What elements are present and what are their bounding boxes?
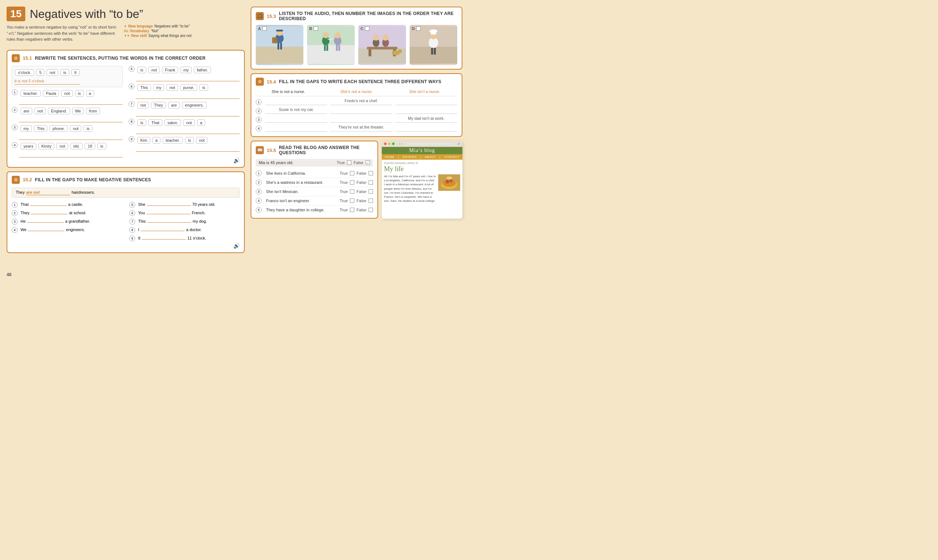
fill-row-1: 1 That a castle. — [12, 201, 122, 208]
svg-point-40 — [443, 180, 456, 187]
fill-row-9: 9 It 11 o'clock. — [129, 234, 240, 242]
svg-rect-18 — [338, 45, 340, 51]
fill-row-2: 2 They at school. — [12, 209, 122, 216]
svg-rect-31 — [410, 47, 457, 64]
question-row-1: 1 She lives in California. True False — [256, 169, 373, 178]
svg-rect-21 — [367, 47, 397, 49]
example-answer: It is not 5 o’clock. — [14, 79, 80, 85]
false-check-1[interactable] — [369, 171, 373, 175]
audio-icon-15-1[interactable]: 🔊 — [12, 157, 240, 163]
ex-row-5: 5 is not Frank my father. — [129, 66, 240, 81]
svg-point-43 — [446, 177, 452, 180]
false-checkbox-main[interactable]: ✓ — [366, 160, 370, 165]
svg-point-12 — [323, 32, 329, 38]
exercise-15-4: ⚙ 15.4 FILL IN THE GAPS TO WRITE EACH SE… — [251, 73, 462, 137]
exercise-15-3: 🎧 15.3 LISTEN TO THE AUDIO, THEN NUMBER … — [251, 6, 462, 69]
svg-point-35 — [430, 29, 437, 32]
blog-titlebar: ‹› ↺ — [382, 141, 462, 147]
svg-point-29 — [398, 49, 402, 53]
fill-row-8: 8 I a doctor. — [129, 226, 240, 233]
svg-rect-14 — [327, 45, 328, 51]
question-row-4: 4 Franco isn't an engineer. True False — [256, 196, 373, 205]
images-row: A — [256, 25, 457, 65]
question-row-5: 5 They have a daughter in college. True … — [256, 205, 373, 214]
false-check-4[interactable] — [369, 198, 373, 203]
fill-row-4: 4 We engineers. — [12, 226, 122, 233]
false-check-2[interactable] — [369, 180, 373, 185]
ex15-4-row-2: 2 Susie is not my cat. — [256, 107, 457, 114]
exercise-15-5: 📖 15.5 READ THE BLOG AND ANSWER THE QUES… — [251, 141, 378, 218]
lesson-intro: You make a sentence negative by using “n… — [6, 24, 117, 43]
question-row-2: 2 She's a waitress in a restaurant. True… — [256, 178, 373, 187]
image-a: A — [256, 25, 303, 65]
blog-nav: HOME | ENTRIES | ABOUT | CONTACT — [382, 154, 462, 160]
svg-point-16 — [334, 32, 341, 38]
true-check-1[interactable] — [350, 171, 354, 175]
exercise-icon-15-5: 📖 — [256, 146, 264, 154]
exercise-15-2: ⚙ 15.2 FILL IN THE GAPS TO MAKE NEGATIVE… — [6, 171, 245, 253]
browser-nav: ‹› — [399, 142, 403, 146]
word-tile: 5 — [36, 69, 44, 76]
true-check-3[interactable] — [350, 189, 354, 194]
word-tile: o'clock. — [15, 69, 34, 76]
ex-row-4: 4 years Kirsty not old. 18 is — [12, 142, 123, 157]
image-b: B — [307, 25, 355, 65]
main-question-row: Mia is 45 years old. True False ✓ — [256, 159, 373, 167]
blog-title-banner: Mia’s blog — [382, 147, 462, 154]
svg-rect-36 — [431, 48, 433, 55]
svg-rect-5 — [276, 30, 283, 31]
fill-row-7: 7 This my dog. — [129, 218, 240, 225]
svg-rect-13 — [324, 45, 326, 51]
fill-row-6: 6 You French. — [129, 209, 240, 216]
lesson-meta: ✦ New language Negatives with “to be” Aa… — [124, 24, 192, 46]
close-dot — [384, 143, 387, 145]
lesson-number: 15 — [6, 6, 25, 21]
url-bar — [406, 143, 454, 145]
ex-row-6: 6 This my not purse. is — [129, 83, 240, 99]
svg-rect-2 — [256, 47, 303, 64]
ex-row-9: 9 Kim a teacher. is not — [129, 136, 240, 152]
svg-rect-37 — [434, 48, 436, 55]
fill-row-5: 5 She 70 years old. — [129, 201, 240, 208]
svg-rect-6 — [277, 43, 279, 50]
lesson-title: Negatives with “to be” — [30, 7, 143, 21]
blog-food-image — [438, 174, 460, 191]
ex15-4-row-4: 4 They're not at the theater. — [256, 125, 457, 131]
svg-rect-17 — [336, 45, 338, 51]
ex15-4-row-1: 1 Fredo's not a chef. — [256, 98, 457, 105]
image-d: D — [410, 25, 457, 65]
example-row: o'clock. 5 not is It It is not 5 o’clock… — [12, 66, 123, 87]
svg-point-41 — [445, 180, 449, 183]
false-check-3[interactable] — [369, 189, 373, 194]
ex15-4-row-3: 3 My dad isn't at work. — [256, 116, 457, 123]
minimize-dot — [388, 143, 391, 145]
ex15-2-main-row: They are not hairdressers. — [12, 188, 240, 198]
exercise-15-1: ⚙ 15.1 REWRITE THE SENTENCES, PUTTING TH… — [6, 50, 245, 168]
blog-text: Hi! I’m Mia and I’m 47 years old. I live… — [384, 174, 436, 203]
svg-rect-7 — [280, 43, 282, 50]
true-checkbox-main[interactable] — [347, 160, 351, 165]
ex-row-2: 2 are not England. We from — [12, 107, 123, 122]
svg-rect-8 — [272, 37, 278, 43]
page-number: 46 — [6, 272, 11, 277]
blog-date: POSTED MONDAY, APRIL 20 — [384, 162, 460, 165]
true-check-4[interactable] — [350, 198, 354, 203]
svg-point-25 — [373, 34, 379, 41]
word-tile: is — [60, 69, 69, 76]
ex-row-7: 7 not They are engineers. — [129, 101, 240, 117]
audio-icon-15-2[interactable]: 🔊 — [12, 243, 240, 249]
ex-row-3: 3 my This phone. not is — [12, 125, 123, 140]
ex-row-8: 8 is That salon. not a — [129, 118, 240, 134]
true-check-2[interactable] — [350, 180, 354, 185]
blog-box: ‹› ↺ Mia’s blog HOME | ENTRIES | ABOUT |… — [382, 141, 462, 218]
true-check-5[interactable] — [350, 208, 354, 212]
false-check-5[interactable] — [369, 208, 373, 212]
image-c: C — [358, 25, 406, 65]
svg-rect-22 — [369, 49, 371, 56]
word-tile: It — [71, 69, 80, 76]
blog-post-title: My life — [384, 165, 460, 173]
fill-row-3: 3 He a grandfather. — [12, 218, 122, 225]
word-tile: not — [46, 69, 58, 76]
exercise-icon-15-2: ⚙ — [12, 176, 20, 184]
question-row-3: 3 She isn't Mexican. True False — [256, 187, 373, 196]
